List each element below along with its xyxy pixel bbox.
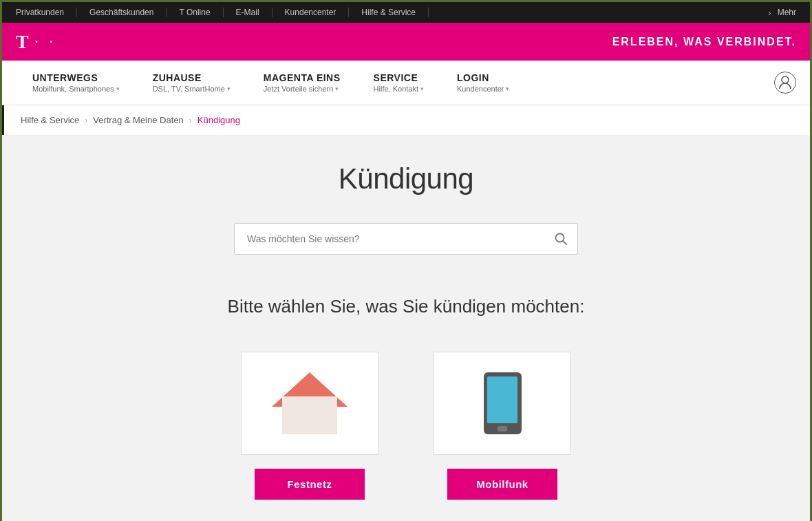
nav-item-service[interactable]: SERVICE Hilfe, Kontakt ▾ [357,65,440,100]
account-icon [774,72,796,94]
house-body [282,396,337,434]
cards-container: Festnetz Mobilfunk [110,352,702,500]
nav-sub-unterwegs: Mobilfunk, Smartphones ▾ [32,85,120,93]
breadcrumb-hilfe-service[interactable]: Hilfe & Service [21,115,79,125]
nav-sub-login: Kundencenter ▾ [457,85,510,93]
brand-logo[interactable]: T · · [16,31,56,53]
t-logo-letter: T [16,31,29,53]
nav-item-login[interactable]: LOGIN Kundencenter ▾ [440,65,526,100]
brand-tagline: ERLEBEN, WAS VERBINDET. [612,36,796,48]
main-content: Kündigung Bitte wählen Sie, was Sie künd… [96,135,716,521]
nav-items: UNTERWEGS Mobilfunk, Smartphones ▾ ZUHAU… [16,65,774,100]
nav-item-magenta-eins[interactable]: MAGENTA EINS Jetzt Vorteile sichern ▾ [247,65,357,100]
nav-label-login: LOGIN [457,72,510,83]
search-container [234,223,578,255]
top-nav-t-online[interactable]: T Online [167,8,223,17]
chevron-down-icon: ▾ [116,85,120,92]
chevron-down-icon: ▾ [420,85,424,92]
nav-label-service: SERVICE [374,72,424,83]
breadcrumb-current: Kündigung [197,115,240,125]
account-button[interactable] [774,72,796,94]
breadcrumb: Hilfe & Service › Vertrag & Meine Daten … [2,105,810,135]
svg-line-2 [563,241,566,244]
selection-prompt: Bitte wählen Sie, was Sie kündigen möcht… [110,296,702,317]
main-nav: UNTERWEGS Mobilfunk, Smartphones ▾ ZUHAU… [2,61,810,105]
nav-sub-zuhause: DSL, TV, SmartHome ▾ [153,85,231,93]
nav-label-unterwegs: UNTERWEGS [32,72,120,83]
top-nav-geschaeftskunden[interactable]: Geschäftskunden [77,8,167,17]
nav-item-zuhause[interactable]: ZUHAUSE DSL, TV, SmartHome ▾ [136,65,247,100]
page-title: Kündigung [110,162,702,195]
house-icon [275,372,344,434]
brand-bar: T · · ERLEBEN, WAS VERBINDET. [2,23,810,61]
search-input[interactable] [234,223,578,255]
phone-icon [484,372,522,434]
top-nav-more-label: Mehr [778,8,796,17]
top-nav-hilfe-service[interactable]: Hilfe & Service [349,8,429,17]
phone-home-button [498,426,507,432]
search-icon [554,232,568,246]
top-nav-privatkunden[interactable]: Privatkunden [16,8,77,17]
chevron-down-icon: ▾ [506,85,509,92]
festnetz-icon-box [241,352,378,455]
breadcrumb-vertrag[interactable]: Vertrag & Meine Daten [93,115,184,125]
nav-sub-service: Hilfe, Kontakt ▾ [374,85,424,93]
top-nav-email[interactable]: E-Mail [224,8,273,17]
chevron-down-icon: ▾ [335,85,339,92]
svg-point-0 [782,76,789,83]
top-nav-more[interactable]: › Mehr [765,8,796,18]
breadcrumb-separator-1: › [85,116,87,125]
festnetz-button[interactable]: Festnetz [255,469,365,500]
card-mobilfunk[interactable]: Mobilfunk [434,352,571,500]
nav-sub-magenta-eins: Jetzt Vorteile sichern ▾ [264,85,341,93]
phone-screen [487,376,517,423]
brand-dots: · · [34,31,56,50]
nav-label-zuhause: ZUHAUSE [153,72,231,83]
phone-body [484,372,522,434]
mobilfunk-icon-box [434,352,571,455]
nav-label-magenta-eins: MAGENTA EINS [264,72,341,83]
top-nav-kundencenter[interactable]: Kundencenter [273,8,350,17]
top-nav: Privatkunden Geschäftskunden T Online E-… [2,2,810,23]
search-button[interactable] [544,223,578,255]
breadcrumb-separator-2: › [189,116,192,125]
chevron-down-icon: ▾ [227,85,231,92]
mobilfunk-button[interactable]: Mobilfunk [447,469,557,500]
card-festnetz[interactable]: Festnetz [241,352,378,500]
nav-item-unterwegs[interactable]: UNTERWEGS Mobilfunk, Smartphones ▾ [16,65,136,100]
